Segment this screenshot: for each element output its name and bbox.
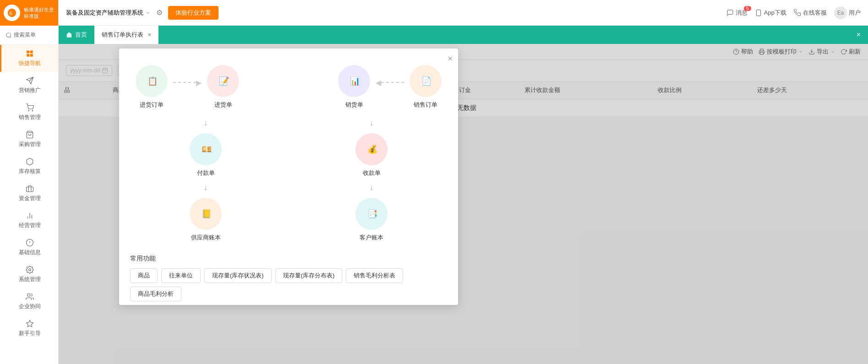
message-btn[interactable]: 消息 5 — [726, 9, 748, 17]
system-title: 装备及固定资产辅助管理系统 — [66, 9, 143, 17]
popup-close-btn[interactable]: × — [448, 54, 453, 64]
service-btn[interactable]: 在线客服 — [794, 9, 827, 17]
svg-rect-4 — [27, 50, 29, 53]
sidebar-logo: 6 畅康通好生意 标准版 — [0, 0, 58, 26]
customer-ledger-icon: 📑 — [355, 198, 388, 230]
sales-order-icon: 📄 — [409, 65, 442, 97]
receipt-icon: 💰 — [355, 133, 388, 165]
supplier-ledger-icon: 📒 — [190, 198, 222, 230]
func-btn-5[interactable]: 商品毛利分析 — [130, 287, 181, 301]
main-area: 装备及固定资产辅助管理系统 ⚙ 体验行业方案 消息 5 App下载 在线客服 — [59, 0, 868, 364]
content-area: 帮助 按模板打印 导出 刷新 — [59, 44, 868, 364]
svg-point-19 — [27, 293, 30, 296]
svg-marker-20 — [27, 321, 33, 327]
payment-icon: 💴 — [190, 133, 222, 165]
node-customer-ledger-label: 客户账本 — [360, 234, 383, 242]
sidebar-nav: 快捷导航 营销推广 销售管理 采购管理 库存核算 资金管理 — [0, 45, 58, 364]
common-functions: 常用功能 商品 往来单位 现存量(库存状况表) 现存量(库存分布表) 销售毛利分… — [130, 255, 447, 305]
sidebar-search[interactable]: 搜索菜单 — [0, 26, 58, 45]
svg-line-3 — [10, 36, 11, 38]
sidebar-item-quick[interactable]: 快捷导航 — [0, 45, 58, 72]
svg-point-18 — [29, 269, 31, 271]
node-purchase-order[interactable]: 📋 进货订单 — [130, 60, 173, 114]
func-btn-1[interactable]: 往来单位 — [161, 268, 201, 283]
node-purchase-order-label: 进货订单 — [140, 101, 164, 109]
node-sales-bill-label: 销货单 — [345, 101, 363, 109]
logo-text: 畅康通好生意 标准版 — [24, 6, 54, 20]
svg-rect-6 — [27, 54, 29, 57]
common-functions-title: 常用功能 — [130, 255, 447, 263]
node-supplier-ledger[interactable]: 📒 供应商账本 — [180, 192, 231, 247]
svg-point-8 — [28, 110, 29, 111]
svg-point-9 — [32, 110, 33, 111]
svg-text:📄: 📄 — [421, 76, 432, 86]
overlay: × 📋 进货订单 — [59, 44, 868, 364]
sidebar-item-basic[interactable]: 基础信息 — [0, 234, 58, 261]
svg-text:💰: 💰 — [367, 144, 378, 154]
system-title-dropdown[interactable]: 装备及固定资产辅助管理系统 — [66, 9, 151, 17]
node-purchase-bill[interactable]: 📝 进货单 — [202, 60, 245, 114]
tab-sales-order[interactable]: 销售订单执行表 × — [94, 26, 158, 44]
sidebar: 6 畅康通好生意 标准版 搜索菜单 快捷导航 营销推广 — [0, 0, 59, 364]
tab-bar: 首页 销售订单执行表 × × — [59, 26, 868, 44]
tab-home[interactable]: 首页 — [59, 26, 94, 44]
node-receipt[interactable]: 💰 收款单 — [346, 128, 397, 183]
node-payment[interactable]: 💴 付款单 — [180, 128, 231, 183]
purchase-order-icon: 📋 — [136, 65, 168, 97]
svg-text:📊: 📊 — [350, 76, 360, 86]
sidebar-item-purchase[interactable]: 采购管理 — [0, 126, 58, 153]
sidebar-item-guide[interactable]: 新手引导 — [0, 315, 58, 342]
func-buttons-row1: 商品 往来单位 现存量(库存状况表) 现存量(库存分布表) 销售毛利分析表 商品… — [130, 268, 447, 301]
sales-bill-icon: 📊 — [338, 65, 370, 97]
sidebar-item-enterprise[interactable]: 企业协同 — [0, 288, 58, 315]
app-download-btn[interactable]: App下载 — [755, 9, 786, 17]
search-menu-button[interactable]: 搜索菜单 — [4, 29, 55, 41]
svg-rect-11 — [27, 187, 33, 192]
svg-text:📋: 📋 — [147, 76, 158, 86]
svg-text:6: 6 — [10, 11, 12, 16]
svg-point-2 — [6, 33, 11, 37]
svg-text:📒: 📒 — [202, 209, 212, 219]
node-sales-order-label: 销售订单 — [414, 101, 437, 109]
node-payment-label: 付款单 — [197, 169, 215, 177]
experience-btn[interactable]: 体验行业方案 — [168, 6, 218, 20]
svg-rect-21 — [756, 10, 760, 16]
svg-text:📝: 📝 — [219, 76, 229, 86]
sidebar-item-marketing[interactable]: 营销推广 — [0, 72, 58, 99]
user-btn[interactable]: Ea 用户 — [834, 6, 861, 19]
svg-rect-7 — [30, 54, 33, 57]
node-customer-ledger[interactable]: 📑 客户账本 — [346, 192, 397, 247]
sidebar-item-operation[interactable]: 经营管理 — [0, 207, 58, 234]
user-avatar: Ea — [834, 6, 847, 19]
func-btn-3[interactable]: 现存量(库存分布表) — [275, 268, 343, 283]
func-btn-0[interactable]: 商品 — [130, 268, 158, 283]
sidebar-item-sales[interactable]: 销售管理 — [0, 99, 58, 126]
tab-bar-close-btn[interactable]: × — [849, 31, 868, 39]
svg-text:📑: 📑 — [367, 209, 378, 219]
svg-rect-5 — [30, 50, 33, 53]
gear-icon[interactable]: ⚙ — [156, 8, 163, 17]
tab-close-btn[interactable]: × — [148, 32, 151, 38]
purchase-bill-icon: 📝 — [207, 65, 239, 97]
func-btn-4[interactable]: 销售毛利分析表 — [346, 268, 403, 283]
func-btn-2[interactable]: 现存量(库存状况表) — [204, 268, 272, 283]
sidebar-item-inventory[interactable]: 库存核算 — [0, 153, 58, 180]
node-supplier-ledger-label: 供应商账本 — [191, 234, 221, 242]
svg-text:💴: 💴 — [202, 144, 212, 154]
node-purchase-bill-label: 进货单 — [214, 101, 232, 109]
top-bar-right: 消息 5 App下载 在线客服 Ea 用户 — [726, 6, 861, 19]
sidebar-item-finance[interactable]: 资金管理 — [0, 180, 58, 207]
top-bar: 装备及固定资产辅助管理系统 ⚙ 体验行业方案 消息 5 App下载 在线客服 — [59, 0, 868, 26]
sidebar-item-system[interactable]: 系统管理 — [0, 261, 58, 288]
logo-icon: 6 — [4, 5, 20, 21]
popup: × 📋 进货订单 — [119, 49, 458, 305]
node-sales-bill[interactable]: 📊 销货单 — [333, 60, 376, 114]
node-sales-order[interactable]: 📄 销售订单 — [404, 60, 447, 114]
node-receipt-label: 收款单 — [363, 169, 381, 177]
